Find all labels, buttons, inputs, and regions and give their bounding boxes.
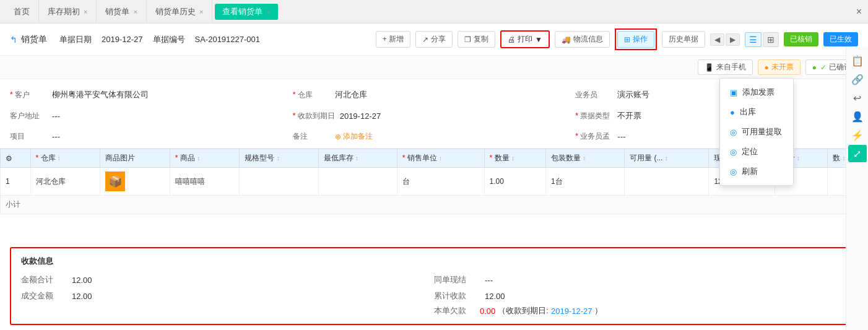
cumulative-value: 12.00	[485, 292, 505, 301]
col-min-stock[interactable]: 最低库存 ↕	[318, 149, 397, 168]
col-pkg[interactable]: 包装数量 ↕	[546, 149, 625, 168]
outbound-icon: ●	[730, 108, 735, 117]
sidebar-icon-expand[interactable]: ⤢	[848, 145, 867, 162]
customer-value: 柳州粤港平安气体有限公司	[52, 89, 149, 100]
ops-label: 操作	[633, 34, 648, 45]
col-warehouse[interactable]: 仓库 ↕	[30, 149, 100, 168]
sidebar-icon-2[interactable]: 🔗	[848, 71, 867, 88]
cell-image: 📦	[100, 168, 170, 196]
prev-button[interactable]: ◀	[710, 33, 724, 46]
print-label: 打印	[518, 34, 532, 45]
payment-info-title: 收款信息	[21, 256, 847, 267]
dropdown-refresh[interactable]: ◎ 刷新	[720, 162, 793, 181]
settlement-value: ---	[485, 276, 493, 285]
ticket-status-button[interactable]: ● 未开票	[758, 59, 801, 75]
cell-qty: 1.00	[484, 168, 545, 196]
cell-unit: 台	[397, 168, 484, 196]
number-label: 单据编号	[153, 34, 185, 45]
date-label: 单据日期	[59, 34, 92, 45]
subtotal-label: 小计	[1, 196, 868, 214]
sidebar-icon-1[interactable]: 📋	[848, 52, 867, 69]
tab-sales-history[interactable]: 销货单历史 ×	[147, 0, 212, 23]
tab-home[interactable]: 首页	[5, 0, 39, 23]
owed-suffix2: ）	[594, 305, 602, 316]
ops-dropdown: ▣ 添加发票 ● 出库 ◎ 可用量提取 ◎ 定位 ◎ 刷新	[719, 78, 794, 186]
logistics-button[interactable]: 🚚 物流信息	[555, 31, 610, 48]
available-label: 可用量提取	[742, 126, 782, 137]
col-product[interactable]: 商品 ↕	[170, 149, 240, 168]
owed-value: 0.00	[480, 306, 495, 316]
due-date-field: 收款到期日 2019-12-27	[293, 108, 576, 124]
ops-button[interactable]: ⊞ 操作	[617, 31, 654, 48]
dropdown-locate[interactable]: ◎ 定位	[720, 142, 793, 162]
col-spec[interactable]: 规格型号 ↕	[240, 149, 318, 168]
deal-amount-value: 12.00	[72, 292, 92, 301]
col-image: 商品图片	[100, 149, 170, 168]
due-date-value: 2019-12-27	[340, 111, 381, 121]
dropdown-outbound[interactable]: ● 出库	[720, 102, 793, 122]
dropdown-available[interactable]: ◎ 可用量提取	[720, 122, 793, 142]
tab-sales-order-label: 销货单	[105, 6, 129, 17]
tab-bar-close-button[interactable]: ×	[856, 6, 862, 17]
dropdown-add-invoice[interactable]: ▣ 添加发票	[720, 82, 793, 102]
project-label: 项目	[10, 131, 47, 142]
tab-bar: 首页 库存期初 × 销货单 × 销货单历史 × 查看销货单 × ×	[0, 0, 868, 24]
print-button[interactable]: 🖨 打印 ▼	[500, 30, 550, 48]
col-available[interactable]: 可用量 (... ↕	[625, 149, 709, 168]
tab-view-sales-close[interactable]: ×	[266, 8, 270, 15]
copy-label: 复制	[474, 34, 488, 45]
print-chevron: ▼	[535, 35, 542, 44]
share-button[interactable]: ↗ 分享	[415, 31, 453, 48]
tab-sales-history-close[interactable]: ×	[199, 8, 203, 15]
locate-icon: ◎	[730, 147, 737, 157]
date-value: 2019-12-27	[102, 35, 143, 44]
next-button[interactable]: ▶	[726, 33, 740, 46]
doc-type-icon: ↰	[10, 35, 17, 45]
tab-sales-order-close[interactable]: ×	[133, 8, 137, 15]
tab-sales-order[interactable]: 销货单 ×	[97, 0, 146, 23]
doc-meta: 单据日期 2019-12-27 单据编号 SA-20191227-001	[59, 34, 376, 45]
ticket-type-field: 票据类型 不开票	[575, 108, 858, 124]
cell-warehouse: 河北仓库	[30, 168, 100, 196]
doc-header: ↰ 销货单 单据日期 2019-12-27 单据编号 SA-20191227-0…	[0, 24, 868, 56]
col-settings[interactable]: ⚙	[1, 149, 31, 168]
staff2-value: ---	[617, 132, 625, 141]
print-icon: 🖨	[508, 35, 515, 44]
view-list-button[interactable]: ☰	[745, 32, 762, 47]
copy-icon: ❐	[464, 35, 471, 44]
tab-view-sales-label: 查看销货单	[222, 6, 263, 17]
view-grid-button[interactable]: ⊞	[763, 32, 779, 47]
right-sidebar: 📋 🔗 ↩ 👤 ⚡ ⤢	[846, 47, 868, 330]
sidebar-icon-3[interactable]: ↩	[848, 89, 867, 106]
col-qty[interactable]: 数量 ↕	[484, 149, 545, 168]
phone-button[interactable]: 📱 来自手机	[698, 59, 753, 75]
add-note-button[interactable]: ⊕ 添加备注	[335, 131, 373, 142]
doc-title: ↰ 销货单	[10, 34, 47, 45]
sidebar-icon-4[interactable]: 👤	[848, 108, 867, 125]
staff2-label: 业务员孟	[575, 131, 612, 142]
tab-sales-history-label: 销货单历史	[155, 6, 196, 17]
warehouse-field: 仓库 河北仓库	[293, 87, 576, 103]
sidebar-icon-5[interactable]: ⚡	[848, 126, 867, 144]
tab-home-label: 首页	[14, 6, 30, 17]
history-button[interactable]: 历史单据	[662, 31, 705, 48]
new-button[interactable]: + 新增	[376, 31, 410, 48]
cell-no: 1	[1, 168, 31, 196]
copy-button[interactable]: ❐ 复制	[458, 31, 495, 48]
settings-icon: ⚙	[6, 154, 12, 163]
product-image: 📦	[105, 172, 125, 191]
add-invoice-icon: ▣	[730, 88, 737, 97]
tab-inventory-init[interactable]: 库存期初 ×	[39, 0, 97, 23]
settlement-label: 同单现结	[434, 274, 477, 285]
ticket-status-label: 未开票	[771, 62, 794, 72]
staff-label: 业务员	[575, 90, 612, 100]
ticket-type-value: 不开票	[617, 110, 641, 121]
tab-view-sales[interactable]: 查看销货单 ×	[215, 4, 278, 20]
col-unit[interactable]: 销售单位 ↕	[397, 149, 484, 168]
owed-row: 本单欠款 0.00 （收款到期日: 2019-12-27 ）	[434, 305, 847, 316]
staff-field: 业务员 演示账号	[575, 87, 858, 103]
tab-inventory-init-close[interactable]: ×	[84, 8, 87, 15]
owed-date: 2019-12-27	[551, 306, 592, 316]
add-note-label: 添加备注	[343, 131, 373, 142]
main-area: ↰ 销货单 单据日期 2019-12-27 单据编号 SA-20191227-0…	[0, 24, 868, 330]
